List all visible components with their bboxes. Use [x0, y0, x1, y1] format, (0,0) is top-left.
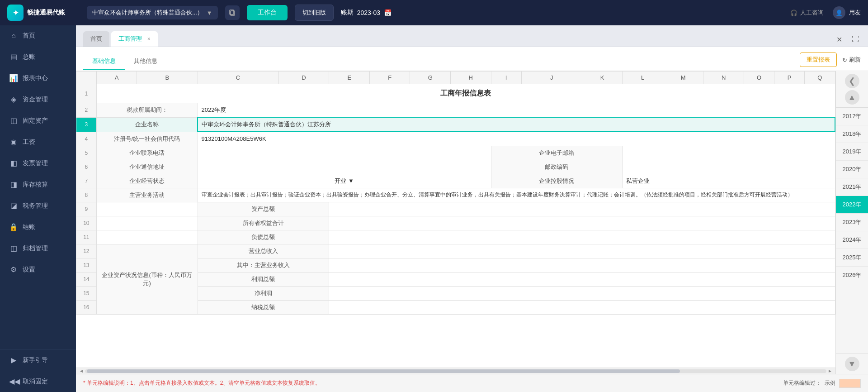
year-down-icon[interactable]: ▼ [845, 357, 859, 371]
user-area[interactable]: 👤 用友 [833, 6, 861, 19]
inventory-icon: ◨ [9, 180, 18, 189]
sidebar-item-assets[interactable]: ◫ 固定资产 [0, 110, 76, 131]
year-item-2024[interactable]: 2024年 [836, 231, 868, 249]
year-item-2026[interactable]: 2026年 [836, 267, 868, 284]
row6-postcode[interactable] [623, 160, 835, 174]
sidebar-item-inventory[interactable]: ◨ 库存核算 [0, 174, 76, 195]
year-nav-bottom: ▼ [836, 354, 868, 374]
col-header-Q: Q [805, 72, 835, 84]
row-num-3: 3 [76, 117, 97, 132]
col-header-D: D [278, 72, 329, 84]
sidebar-label-newguide: 新手引导 [23, 356, 48, 364]
scrollbar-track [85, 369, 826, 373]
scrollbar-thumb[interactable] [87, 369, 680, 373]
sidebar-item-invoices[interactable]: ◧ 发票管理 [0, 153, 76, 174]
year-list: 2017年 2018年 2019年 2020年 2021年 2022年 2023… [836, 108, 868, 354]
sidebar-item-tax[interactable]: ◪ 税务管理 [0, 195, 76, 216]
sidebar-item-wages[interactable]: ◉ 工资 [0, 131, 76, 153]
main-layout: ⌂ 首页 ▤ 总账 📊 报表中心 ◈ 资金管理 ◫ 固定资产 ◉ 工资 [0, 25, 868, 392]
period-display: 账期 2023-03 📅 [341, 9, 392, 17]
row-num-12: 12 [76, 244, 97, 258]
sidebar-item-newguide[interactable]: ▶ 新手引导 [0, 349, 76, 371]
maximize-window-icon[interactable]: ⛶ [850, 34, 861, 45]
table-title-cell[interactable]: 工商年报信息表 [96, 84, 835, 103]
sample-label: 示例 [825, 379, 835, 387]
switch-version-button[interactable]: 切到旧版 [295, 5, 334, 21]
row-num-7: 7 [76, 174, 97, 188]
tab-business[interactable]: 工商管理 × [111, 31, 158, 47]
sub-tab-basic[interactable]: 基础信息 [83, 53, 125, 70]
sidebar: ⌂ 首页 ▤ 总账 📊 报表中心 ◈ 资金管理 ◫ 固定资产 ◉ 工资 [0, 25, 76, 392]
row5-phone[interactable] [198, 146, 491, 160]
scroll-left-arrow[interactable]: ◄ [78, 368, 85, 374]
row4-value[interactable]: 91320100MA208E5W6K [198, 132, 835, 146]
table-row: 2 税款所属期间： 2022年度 [76, 103, 835, 118]
row-num-5: 5 [76, 146, 97, 160]
sidebar-item-home[interactable]: ⌂ 首页 [0, 25, 76, 46]
bottom-bar: * 单元格编辑说明：1、点击单元格直接录入数值或文本。2、清空单元格数值或文本恢… [76, 374, 868, 392]
year-item-2023[interactable]: 2023年 [836, 214, 868, 231]
year-item-2022[interactable]: 2022年 [836, 196, 868, 214]
row7-status[interactable]: 开业 ▼ [198, 174, 491, 188]
sidebar-item-funds[interactable]: ◈ 资金管理 [0, 89, 76, 110]
row12-value[interactable] [329, 244, 835, 258]
year-up-icon[interactable]: ▲ [845, 90, 859, 105]
horizontal-scrollbar[interactable]: ◄ ► [76, 368, 835, 374]
sidebar-item-reports[interactable]: 📊 报表中心 [0, 67, 76, 89]
row6-address[interactable] [198, 160, 491, 174]
sidebar-item-unpin[interactable]: ◀◀ 取消固定 [0, 371, 76, 392]
spreadsheet-scroll[interactable]: A B C D E F G H I J [76, 71, 835, 368]
year-collapse-icon[interactable]: ❮ [845, 74, 859, 88]
tab-close-icon[interactable]: × [147, 36, 151, 42]
copy-button[interactable] [225, 5, 240, 20]
sidebar-item-archive[interactable]: ◫ 归档管理 [0, 238, 76, 259]
row2-value[interactable]: 2022年度 [198, 103, 835, 118]
assets-icon: ◫ [9, 116, 18, 125]
row16-value[interactable] [329, 300, 835, 314]
sidebar-bottom: ▶ 新手引导 ◀◀ 取消固定 [0, 349, 76, 392]
year-item-2019[interactable]: 2019年 [836, 143, 868, 161]
row7-holding[interactable]: 私营企业 [623, 174, 835, 188]
support-button[interactable]: 🎧 人工咨询 [790, 9, 824, 17]
row11-empty [96, 230, 198, 244]
refresh-button[interactable]: ↻ 刷新 [842, 56, 861, 64]
row3-company-name[interactable]: 中审众环会计师事务所（特殊普通合伙）江苏分所 [198, 117, 835, 132]
row13-value[interactable] [329, 258, 835, 272]
year-item-2025[interactable]: 2025年 [836, 249, 868, 267]
row10-value[interactable] [329, 216, 835, 230]
workbench-button[interactable]: 工作台 [247, 5, 288, 20]
year-item-2018[interactable]: 2018年 [836, 125, 868, 143]
year-item-2020[interactable]: 2020年 [836, 161, 868, 178]
sidebar-label-assets: 固定资产 [23, 117, 48, 125]
row11-value[interactable] [329, 230, 835, 244]
company-selector[interactable]: 中审众环会计师事务所（特殊普通合伙...） ▼ [87, 6, 218, 19]
row9-value[interactable] [329, 202, 835, 216]
tab-home[interactable]: 首页 [83, 31, 109, 47]
ledger-icon: ▤ [9, 53, 18, 61]
row6-postcode-label: 邮政编码 [491, 160, 623, 174]
row-num-13: 13 [76, 258, 97, 272]
year-item-2017[interactable]: 2017年 [836, 108, 868, 125]
year-item-2021[interactable]: 2021年 [836, 178, 868, 196]
close-window-icon[interactable]: ✕ [834, 34, 844, 45]
row6-label: 企业通信地址 [96, 160, 198, 174]
sub-tab-other[interactable]: 其他信息 [125, 53, 166, 70]
reset-report-button[interactable]: 重置报表 [800, 53, 837, 67]
sidebar-item-close[interactable]: 🔒 结账 [0, 216, 76, 238]
sidebar-label-unpin: 取消固定 [23, 378, 48, 386]
topbar-right: 🎧 人工咨询 👤 用友 [790, 6, 861, 19]
row14-value[interactable] [329, 272, 835, 286]
sidebar-item-ledger[interactable]: ▤ 总账 [0, 46, 76, 67]
sidebar-item-settings[interactable]: ⚙ 设置 [0, 259, 76, 280]
row8-value[interactable]: 审查企业会计报表；出具审计报告；验证企业资本；出具验资报告；办理企业合开、分立、… [198, 188, 835, 202]
row5-email[interactable] [623, 146, 835, 160]
calendar-icon[interactable]: 📅 [384, 9, 392, 16]
row15-value[interactable] [329, 286, 835, 300]
sidebar-label-tax: 税务管理 [23, 202, 48, 210]
table-row: 8 主营业务活动 审查企业会计报表；出具审计报告；验证企业资本；出具验资报告；办… [76, 188, 835, 202]
table-row: 10 所有者权益合计 [76, 216, 835, 230]
scroll-right-arrow[interactable]: ► [826, 368, 834, 374]
wages-icon: ◉ [9, 138, 18, 146]
sample-color-cell [839, 379, 861, 388]
col-header-B: B [137, 72, 198, 84]
